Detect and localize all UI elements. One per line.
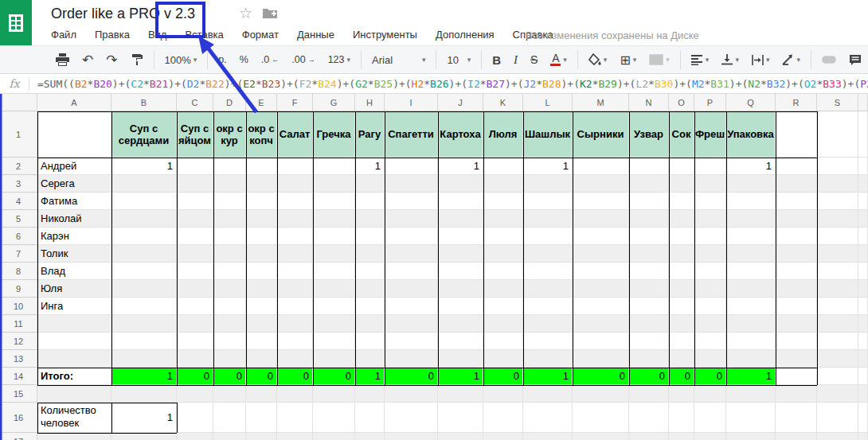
col-header-A[interactable]: A xyxy=(37,94,111,111)
cell-M5[interactable] xyxy=(573,210,629,228)
formula-input[interactable]: =SUM((B2*B20)+(C2*B21)+(D2*B22)+(E2*B23)… xyxy=(37,78,868,90)
cell-B5[interactable] xyxy=(111,210,177,228)
cell-F5[interactable] xyxy=(277,210,313,228)
cell-D3[interactable] xyxy=(213,175,246,193)
cell-H1[interactable]: Рагу xyxy=(355,111,385,158)
cell-F17[interactable] xyxy=(277,433,313,440)
cell-N4[interactable] xyxy=(629,193,669,210)
cell-O13[interactable] xyxy=(669,350,694,368)
menu-file[interactable]: Файл xyxy=(51,29,76,41)
cell-C16[interactable] xyxy=(177,403,213,433)
cell-L17[interactable] xyxy=(523,433,573,440)
row-header-15[interactable]: 15 xyxy=(0,385,37,403)
text-rotation-button[interactable]: ▾ xyxy=(776,49,807,70)
col-header-C[interactable]: C xyxy=(177,94,213,111)
cell-Q6[interactable] xyxy=(726,228,776,245)
menu-tools[interactable]: Инструменты xyxy=(353,29,417,41)
cell-G13[interactable] xyxy=(313,350,355,368)
cell-H3[interactable] xyxy=(355,175,385,193)
font-family-select[interactable]: Arial▾ xyxy=(366,49,432,70)
cell-D4[interactable] xyxy=(213,193,246,210)
cell-C5[interactable] xyxy=(177,210,213,228)
cell-P8[interactable] xyxy=(694,263,726,280)
cell-N10[interactable] xyxy=(629,298,669,315)
menu-data[interactable]: Данные xyxy=(297,29,334,41)
cell-Q11[interactable] xyxy=(726,315,776,333)
cell-F12[interactable] xyxy=(277,333,313,350)
cell-T11[interactable] xyxy=(858,315,868,333)
col-header-N[interactable]: N xyxy=(629,94,669,111)
cell-R15[interactable] xyxy=(776,385,817,403)
paint-format-button[interactable] xyxy=(124,49,150,70)
cell-R14[interactable] xyxy=(776,368,817,385)
cell-S3[interactable] xyxy=(817,175,858,193)
cell-P11[interactable] xyxy=(694,315,726,333)
cell-D7[interactable] xyxy=(213,245,246,263)
cell-M1[interactable]: Сырники xyxy=(573,111,629,158)
zoom-select[interactable]: 100%▾ xyxy=(158,49,203,70)
cell-L10[interactable] xyxy=(523,298,573,315)
cell-D2[interactable] xyxy=(213,158,246,175)
cell-R1[interactable] xyxy=(776,111,817,158)
cell-L15[interactable] xyxy=(523,385,573,403)
cell-G15[interactable] xyxy=(313,385,355,403)
cell-O3[interactable] xyxy=(669,175,694,193)
cell-E4[interactable] xyxy=(246,193,277,210)
cell-T8[interactable] xyxy=(858,263,868,280)
cell-I13[interactable] xyxy=(385,350,438,368)
cell-R6[interactable] xyxy=(776,228,817,245)
cell-L11[interactable] xyxy=(523,315,573,333)
cell-E13[interactable] xyxy=(246,350,277,368)
row-header-16[interactable]: 16 xyxy=(0,403,37,433)
cell-P17[interactable] xyxy=(694,433,726,440)
cell-J3[interactable] xyxy=(438,175,483,193)
row-header-8[interactable]: 8 xyxy=(0,263,37,280)
cell-B14[interactable]: 1 xyxy=(111,368,177,385)
cell-P6[interactable] xyxy=(694,228,726,245)
cell-N11[interactable] xyxy=(629,315,669,333)
font-size-select[interactable]: 10▾ xyxy=(440,49,477,70)
cell-R11[interactable] xyxy=(776,315,817,333)
cell-P14[interactable]: 0 xyxy=(694,368,726,385)
cell-C8[interactable] xyxy=(177,263,213,280)
row-header-3[interactable]: 3 xyxy=(0,175,37,193)
menu-format[interactable]: Формат xyxy=(242,29,279,41)
cell-L16[interactable] xyxy=(523,403,573,433)
cell-S15[interactable] xyxy=(817,385,858,403)
cell-M16[interactable] xyxy=(573,403,629,433)
cell-E17[interactable] xyxy=(246,433,277,440)
cell-O17[interactable] xyxy=(669,433,694,440)
cell-E14[interactable]: 0 xyxy=(246,368,277,385)
cell-T17[interactable] xyxy=(858,433,868,440)
cell-C2[interactable] xyxy=(177,158,213,175)
cell-J17[interactable] xyxy=(438,433,483,440)
cell-P2[interactable] xyxy=(694,158,726,175)
cell-A13[interactable] xyxy=(37,350,111,368)
cell-C13[interactable] xyxy=(177,350,213,368)
cell-F1[interactable]: Салат xyxy=(277,111,313,158)
cell-M13[interactable] xyxy=(573,350,629,368)
cell-S7[interactable] xyxy=(817,245,858,263)
cell-L7[interactable] xyxy=(523,245,573,263)
cell-A7[interactable]: Толик xyxy=(37,245,111,263)
cell-G10[interactable] xyxy=(313,298,355,315)
cell-S9[interactable] xyxy=(817,280,858,298)
cell-E9[interactable] xyxy=(246,280,277,298)
cell-E8[interactable] xyxy=(246,263,277,280)
cell-T10[interactable] xyxy=(858,298,868,315)
cell-P12[interactable] xyxy=(694,333,726,350)
format-percent-button[interactable]: % xyxy=(233,49,255,70)
cell-H10[interactable] xyxy=(355,298,385,315)
cell-F14[interactable]: 0 xyxy=(277,368,313,385)
cell-S16[interactable] xyxy=(817,403,858,433)
col-header-M[interactable]: M xyxy=(573,94,629,111)
cell-J4[interactable] xyxy=(438,193,483,210)
cell-A17[interactable] xyxy=(37,433,111,440)
cell-G1[interactable]: Гречка xyxy=(313,111,355,158)
cell-K5[interactable] xyxy=(483,210,523,228)
cell-D8[interactable] xyxy=(213,263,246,280)
cell-J15[interactable] xyxy=(438,385,483,403)
cell-H9[interactable] xyxy=(355,280,385,298)
cell-N3[interactable] xyxy=(629,175,669,193)
move-to-folder-icon[interactable] xyxy=(262,7,278,20)
